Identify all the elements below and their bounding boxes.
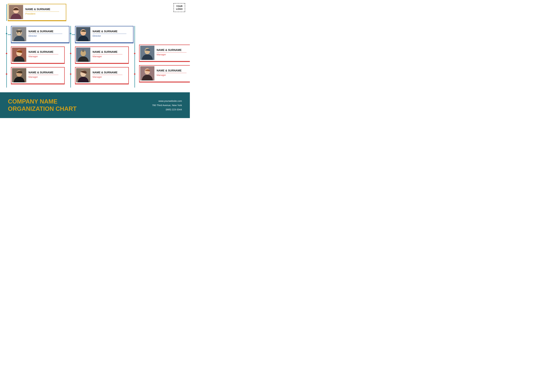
manager3-card: NAME & SURNAME Manager (75, 46, 129, 64)
manager6-row: NAME & SURNAME Manager (139, 65, 190, 83)
chart-area: NAME & SURNAME President (0, 0, 190, 92)
manager6-info: NAME & SURNAME Manager (154, 69, 190, 78)
manager1-card: NAME & SURNAME Manager (11, 46, 65, 64)
footer-title-line1: COMPANY NAME (8, 98, 77, 105)
manager1-divider (29, 54, 58, 55)
president-role: President (25, 12, 65, 15)
col3: NAME & SURNAME Manager (136, 26, 190, 88)
manager3-bottom (75, 63, 128, 63)
manager5-name: NAME & SURNAME (157, 49, 190, 52)
svg-point-21 (145, 68, 150, 74)
director2-bottom (75, 42, 133, 43)
dot-mgr1 (6, 53, 7, 54)
manager5-bottom (139, 61, 190, 62)
dot-mgr6 (134, 73, 135, 75)
manager2-row: NAME & SURNAME Manager (11, 67, 69, 84)
director1-name: NAME & SURNAME (29, 30, 68, 33)
manager1-info: NAME & SURNAME Manager (26, 50, 64, 59)
columns-container: NAME & SURNAME Director (8, 26, 190, 88)
right-vline (134, 26, 135, 88)
manager3-divider (93, 54, 123, 55)
manager4-info: NAME & SURNAME Manager (90, 71, 128, 80)
director1-row: NAME & SURNAME Director (8, 26, 69, 43)
footer-address: 780 Third Avenue, New York (152, 103, 182, 107)
manager4-divider (93, 75, 123, 75)
director2-divider (93, 34, 126, 34)
hline-dir1 (8, 35, 11, 35)
manager4-photo (76, 68, 90, 82)
col2: NAME & SURNAME Director (72, 26, 133, 88)
footer-website: www.yourwebsite.com (152, 99, 182, 103)
manager4-card: NAME & SURNAME Manager (75, 67, 129, 84)
manager6-photo (140, 66, 154, 80)
director1-card: NAME & SURNAME Director (11, 26, 69, 43)
manager4-name: NAME & SURNAME (93, 71, 128, 74)
dot-dir2 (70, 33, 71, 34)
director2-row: NAME & SURNAME Director (72, 26, 133, 43)
svg-point-15 (82, 50, 85, 52)
dot-dir1 (6, 33, 7, 34)
president-row: NAME & SURNAME President (6, 4, 183, 21)
manager1-role: Manager (29, 55, 64, 58)
dot-mgr5 (134, 53, 135, 54)
svg-point-19 (145, 48, 150, 54)
manager5-role: Manager (157, 53, 190, 56)
footer-contact: www.yourwebsite.com 780 Third Avenue, Ne… (152, 99, 182, 112)
manager4-row: NAME & SURNAME Manager (75, 67, 133, 84)
manager6-card: NAME & SURNAME Manager (139, 65, 190, 83)
manager5-info: NAME & SURNAME Manager (154, 49, 190, 57)
president-info: NAME & SURNAME President (23, 8, 65, 16)
manager1-row: NAME & SURNAME Manager (11, 46, 69, 64)
manager5-card: NAME & SURNAME Manager (139, 45, 190, 62)
manager2-photo (12, 68, 26, 82)
manager6-bottom (139, 82, 190, 82)
president-name: NAME & SURNAME (25, 8, 65, 11)
director1-role: Director (29, 35, 68, 37)
president-card: NAME & SURNAME President (8, 4, 66, 21)
manager4-role: Manager (93, 76, 128, 78)
manager2-name: NAME & SURNAME (29, 71, 64, 74)
manager6-role: Manager (157, 74, 190, 76)
dot-mgr4 (70, 73, 71, 75)
director2-role: Director (93, 35, 132, 37)
footer-title-block: COMPANY NAME ORGANIZATION CHART (8, 98, 77, 112)
hline-dir2 (72, 35, 75, 35)
manager2-info: NAME & SURNAME Manager (26, 71, 64, 80)
footer-title-line2: ORGANIZATION CHART (8, 105, 77, 113)
manager5-divider (157, 52, 187, 53)
manager3-name: NAME & SURNAME (93, 50, 128, 54)
director1-info: NAME & SURNAME Director (26, 30, 68, 39)
director1-bottom (11, 42, 69, 43)
manager6-name: NAME & SURNAME (157, 69, 190, 72)
manager2-role: Manager (29, 76, 64, 78)
dot-mgr3 (70, 53, 71, 54)
footer-phone: (665) 223-3344 (152, 107, 182, 112)
manager3-row: NAME & SURNAME Manager (75, 46, 133, 64)
director1-divider (29, 34, 62, 34)
col1: NAME & SURNAME Director (8, 26, 69, 88)
manager1-photo (12, 48, 26, 62)
director2-info: NAME & SURNAME Director (90, 30, 132, 39)
page: YOUR LOGO (0, 0, 190, 118)
director2-card: NAME & SURNAME Director (75, 26, 133, 43)
left-vline (6, 26, 7, 88)
mid-vline (70, 26, 71, 88)
manager5-row: NAME & SURNAME Manager (139, 45, 190, 62)
president-bottom-line (8, 20, 66, 21)
director2-name: NAME & SURNAME (93, 30, 132, 33)
dot-mgr2 (6, 73, 7, 75)
footer: COMPANY NAME ORGANIZATION CHART www.your… (0, 92, 190, 118)
manager6-divider (157, 73, 187, 73)
director2-photo (76, 27, 90, 41)
main-layout: NAME & SURNAME Director (6, 26, 183, 88)
manager1-name: NAME & SURNAME (29, 50, 64, 54)
manager2-bottom (11, 84, 64, 84)
manager3-photo (76, 48, 90, 62)
manager4-bottom (75, 84, 128, 84)
manager2-card: NAME & SURNAME Manager (11, 67, 65, 84)
manager2-divider (29, 75, 58, 75)
manager3-role: Manager (93, 55, 128, 58)
manager5-photo (140, 46, 154, 60)
president-divider (25, 12, 59, 12)
svg-point-5 (17, 32, 19, 33)
